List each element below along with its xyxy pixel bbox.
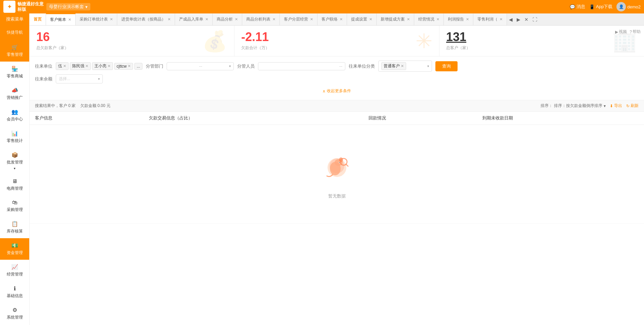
expand-icon: ▾ (14, 167, 15, 170)
ecommerce-icon: 🖥 (12, 178, 17, 184)
tab-home[interactable]: 首页 (30, 13, 46, 25)
tab-nav-expand[interactable]: ⛶ (530, 13, 539, 25)
col-due-date: 到期未收款日期 (477, 112, 644, 125)
sidebar-item-inventory[interactable]: 📋 库存核算 (0, 217, 29, 238)
tab-nav-prev[interactable]: ◀ (507, 13, 515, 25)
tab-close-customer-layer[interactable]: ✕ (310, 17, 313, 22)
sort-arrow-icon: ▾ (604, 104, 606, 108)
balance-value: 选择... (59, 76, 70, 82)
tag-close-cjttcw[interactable]: ✕ (128, 64, 131, 68)
filter-tags-unit: 伍 ✕ 陈民强 ✕ 王小亮 ✕ (56, 62, 142, 70)
main-layout: 搜索菜单 快捷导航 🛒 零售管理 🏪 零售商城 📣 营销推广 👥 (0, 13, 644, 325)
tab-purchase-order[interactable]: 采购订单统计表 ✕ (76, 13, 117, 25)
sidebar-item-marketing[interactable]: 📣 营销推广 (0, 83, 29, 105)
filter-tag-chen: 陈民强 ✕ (70, 62, 91, 70)
tab-bar: 首页 客户账本 ✕ 采购订单统计表 ✕ 进货单统计表（按商品） ✕ 产成品入库单… (30, 13, 644, 26)
sidebar-item-basic-info[interactable]: ℹ 基础信息 (0, 281, 29, 303)
sort-select[interactable]: 排序： 排序：按欠款金额倒序排序 ▾ (541, 103, 606, 109)
tab-commission[interactable]: 提成设置 ✕ (347, 13, 377, 25)
tab-profit-report[interactable]: 利润报告 ✕ (444, 13, 473, 25)
tab-nav-next[interactable]: ▶ (515, 13, 522, 25)
tab-close-operation-status[interactable]: ✕ (436, 17, 439, 22)
sidebar-item-purchase[interactable]: 🛍 采购管理 (0, 195, 29, 217)
person-select[interactable]: ··· (258, 62, 345, 70)
tab-retail-profit[interactable]: 零售利润（ ✕ (473, 13, 507, 25)
tag-close-wu[interactable]: ✕ (63, 64, 66, 68)
query-button[interactable]: 查询 (435, 61, 458, 71)
balance-select[interactable]: 选择... ▾ (56, 74, 103, 83)
marketing-icon: 📣 (11, 87, 18, 94)
tab-finished-goods[interactable]: 产成品入库单 ✕ (175, 13, 213, 25)
tag-close-wang[interactable]: ✕ (108, 64, 111, 68)
results-info: 搜索结果中，客户 0 家 欠款金额 0.00 元 (35, 103, 111, 109)
sidebar-item-retail-stats[interactable]: 📊 零售统计 (0, 126, 29, 148)
message-btn[interactable]: 💬 消息 (570, 4, 585, 10)
filter-tag-more[interactable]: ... (134, 63, 142, 70)
tab-close-purchase-order[interactable]: ✕ (110, 17, 113, 22)
sidebar-item-quick-nav[interactable]: 快捷导航 (0, 27, 29, 38)
tab-customer-contact[interactable]: 客户联络 ✕ (317, 13, 347, 25)
sidebar-item-member[interactable]: 👥 会员中心 (0, 105, 29, 126)
tag-close-category[interactable]: ✕ (401, 64, 404, 68)
empty-text: 暂无数据 (328, 193, 346, 199)
stats-bar: 💰 16 总欠款客户（家） ✳ -2.11 欠款合计（万） 🏢 131 总客户（… (30, 26, 644, 57)
tab-close-finished-goods[interactable]: ✕ (205, 17, 208, 22)
dept-more-icon: ··· (199, 64, 202, 68)
app-download-btn[interactable]: 📱 App下载 (589, 4, 612, 10)
tab-close-new-commission[interactable]: ✕ (407, 17, 410, 22)
tab-operation-status[interactable]: 经营情况 ✕ (414, 13, 444, 25)
filter-tag-wu: 伍 ✕ (56, 62, 69, 70)
tab-nav-close-all[interactable]: ✕ (522, 13, 530, 25)
tab-close-commission[interactable]: ✕ (369, 17, 372, 22)
sidebar-item-operation[interactable]: 📈 经营管理 (0, 260, 29, 281)
sidebar-item-retail-mall[interactable]: 🏪 零售商城 (0, 62, 29, 83)
page-content: 💰 16 总欠款客户（家） ✳ -2.11 欠款合计（万） 🏢 131 总客户（… (30, 26, 644, 325)
help-btn[interactable]: ? 帮助 (630, 29, 641, 35)
stat-value-client: 131 (446, 31, 637, 43)
sidebar-item-ecommerce[interactable]: 🖥 电商管理 (0, 174, 29, 195)
sidebar-search[interactable]: 搜索菜单 (0, 13, 29, 25)
refresh-button[interactable]: ↻ 刷新 (626, 103, 639, 109)
content-area: 首页 客户账本 ✕ 采购订单统计表 ✕ 进货单统计表（按商品） ✕ 产成品入库单… (30, 13, 644, 325)
retail-icon: 🛒 (11, 44, 18, 50)
user-info[interactable]: 👤 demo2 (616, 2, 641, 11)
sidebar-item-finance[interactable]: 💵 资金管理 (0, 238, 29, 260)
sidebar-item-system[interactable]: ⚙ 系统管理 (0, 303, 29, 324)
tab-customer-ledger[interactable]: 客户账本 ✕ (46, 13, 76, 25)
tab-close-profit-report[interactable]: ✕ (466, 17, 469, 22)
stats-icon: 📊 (11, 130, 18, 137)
category-select[interactable]: 普通客户 ✕ ▾ (378, 61, 432, 72)
tab-close-customer-ledger[interactable]: ✕ (68, 17, 71, 22)
tab-close-retail-profit[interactable]: ✕ (500, 17, 503, 22)
sort-label: 排序： (541, 103, 553, 109)
empty-state: 暂无数据 (35, 129, 639, 219)
tab-goods-analysis[interactable]: 商品分析 ✕ (213, 13, 242, 25)
account-dropdown[interactable]: 母婴行业演示帐套 ▾ (46, 3, 90, 10)
top-bar-left: ✦ 畅捷通好生意 标版 母婴行业演示帐套 ▾ (3, 1, 90, 13)
export-button[interactable]: ⬇ 导出 (610, 103, 622, 109)
operation-icon: 📈 (11, 264, 18, 270)
tab-new-commission[interactable]: 新增提成方案 ✕ (377, 13, 414, 25)
tab-close-purchase-stats[interactable]: ✕ (168, 17, 171, 22)
collapse-button[interactable]: ∧ 收起更多条件 (35, 86, 639, 96)
tab-close-goods-analysis[interactable]: ✕ (235, 17, 238, 22)
sidebar-item-wholesale[interactable]: 📦 批发管理 ▾ (0, 148, 29, 174)
export-icon: ⬇ (610, 104, 613, 108)
dept-select[interactable]: ··· ▾ (167, 62, 234, 70)
video-btn[interactable]: ▶ 视频 (615, 29, 627, 35)
tab-customer-layer[interactable]: 客户分层经营 ✕ (280, 13, 317, 25)
tab-close-customer-contact[interactable]: ✕ (340, 17, 343, 22)
mall-icon: 🏪 (11, 66, 18, 72)
filter-row-1: 往来单位 伍 ✕ 陈民强 ✕ 王小亮 (35, 61, 639, 72)
sidebar-item-retail[interactable]: 🛒 零售管理 (0, 40, 29, 62)
info-icon: ℹ (14, 285, 16, 292)
purchase-icon: 🛍 (12, 200, 17, 206)
avatar: 👤 (616, 2, 626, 11)
tab-goods-list[interactable]: 商品分析列表 ✕ (242, 13, 280, 25)
wholesale-icon: 📦 (11, 152, 18, 158)
tag-close-chen[interactable]: ✕ (85, 64, 88, 68)
tab-purchase-stats[interactable]: 进货单统计表（按商品） ✕ (117, 13, 175, 25)
stat-label-client: 总客户（家） (446, 45, 637, 51)
tab-close-goods-list[interactable]: ✕ (272, 17, 275, 22)
refresh-icon: ↻ (626, 104, 630, 108)
